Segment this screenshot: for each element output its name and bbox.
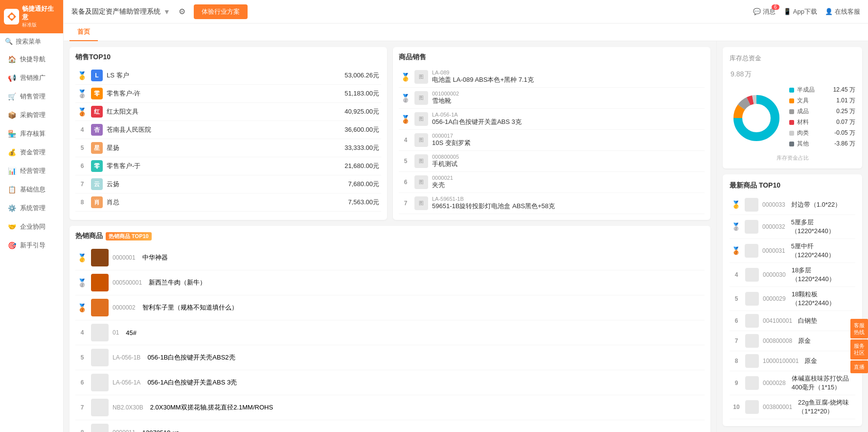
right-panel: 库存总资金 9.88万 [716,41,868,432]
avatar: 零 [91,160,103,172]
table-row: 4 图 0000017 10S 变刻罗紧 [399,130,705,151]
tab-home[interactable]: 首页 [69,24,98,41]
new-products-list: 🥇 0000033 封边带（1.0*22） 🥈 0000032 5厘多层（122… [730,195,855,419]
nav-label-8: 系统管理 [20,204,46,213]
message-button[interactable]: 💬 消息 6 [753,7,776,16]
product-thumb [745,334,759,348]
sidebar-item-guide[interactable]: 🎯 新手引导 [0,236,63,255]
table-row: 7 图 LA-59651-1B 59651-1B旋转投影灯电池盒 ABS黑色+5… [399,193,705,214]
sidebar-item-operations[interactable]: 📊 经营管理 [0,162,63,180]
list-item: 6 004100001 白钢垫 [730,311,855,331]
table-row: 🥉 红 红太阳文具 40,925.00元 [75,103,381,121]
legend-item: 半成品 12.45 万 [789,86,855,94]
sidebar-item-purchase[interactable]: 📦 采购管理 [0,106,63,124]
avatar: 红 [91,106,103,118]
svg-point-0 [10,15,14,19]
settings-icon[interactable]: ⚙ [175,5,189,19]
nav-label-2: 销售管理 [20,92,46,101]
nav-label-6: 经营管理 [20,167,46,175]
list-item: 🥈 0000032 5厘多层（1220*2440） [730,215,855,239]
table-row: 6 零 零售客户-于 21,680.00元 [75,157,381,175]
sales-icon: 🛒 [7,92,16,101]
nav-label-0: 快捷导航 [20,55,46,64]
nav-label-1: 营销推广 [20,73,46,82]
finance-icon: 💰 [7,148,16,157]
nav-label-5: 资金管理 [20,148,46,157]
nav-label-9: 企业协同 [20,222,46,231]
list-item: 5 0000029 18颗粒板（1220*2440） [730,287,855,311]
product-thumb [745,354,759,368]
sidebar-item-system[interactable]: ⚙️ 系统管理 [0,199,63,217]
online-service-label: 在线客服 [835,7,860,16]
list-item: 8 0000011 12070519-xs [75,420,705,432]
product-thumb: 图 [414,70,428,84]
message-badge: 6 [772,4,779,10]
legend-item: 其他 -3.86 万 [789,140,855,148]
list-item: 4 0000030 18多层（1220*2440） [730,263,855,287]
content: 销售TOP10 🥇 L LS 客户 53,006.26元 🥈 零 零售客户 [64,41,868,432]
list-item: 4 01 45# [75,320,705,345]
legend-dot [789,142,794,146]
nav-label-7: 基础信息 [20,185,46,194]
operations-icon: 📊 [7,167,16,175]
app-download-label: App下载 [793,7,817,16]
product-sales-rank-card: 商品销售 🥇 图 LA-089 电池盖 LA-089 ABS本色+黑种 7.1克 [393,47,710,220]
product-thumb: 图 [414,175,428,189]
online-service-button[interactable]: 👤 在线客服 [825,7,860,16]
product-thumb [745,244,758,258]
product-sales-rank-title: 商品销售 [399,53,705,62]
product-thumb: 图 [414,196,428,210]
sidebar-item-finance[interactable]: 💰 资金管理 [0,143,63,162]
list-item: 5 LA-056-1B 056-1B白色按键开关壳ABS2壳 [75,345,705,370]
app-download-button[interactable]: 📱 App下载 [783,7,817,16]
livestream-button[interactable]: 直播 [850,360,868,373]
product-thumb: 图 [414,154,428,168]
donut-area: 半成品 12.45 万 文具 1.01 万 成品 0.25 万 [730,86,855,150]
sidebar-item-collab[interactable]: 🤝 企业协同 [0,217,63,236]
legend-dot [789,98,794,103]
avatar: 云 [91,178,103,190]
table-row: 4 杏 苍南县人民医院 36,600.00元 [75,121,381,139]
logo-icon [4,9,19,24]
sidebar-item-sales[interactable]: 🛒 销售管理 [0,87,63,106]
service-community-button[interactable]: 服务 社区 [850,339,868,360]
legend-item: 材料 0.07 万 [789,118,855,126]
avatar: 杏 [91,124,103,136]
product-thumb [91,424,109,432]
search-menu[interactable]: 🔍 搜索菜单 [0,33,63,50]
inventory-card: 库存总资金 9.88万 [723,47,862,168]
sidebar-logo: 畅捷通好生意 标准版 [0,0,63,33]
table-row: 🥇 图 LA-089 电池盖 LA-089 ABS本色+黑种 7.1克 [399,67,705,88]
topbar: 装备及固定资产辅助管理系统 ▼ ⚙ 体验行业方案 💬 消息 6 📱 App下载 … [64,0,868,24]
donut-legend: 半成品 12.45 万 文具 1.01 万 成品 0.25 万 [789,86,855,150]
home-icon: 🏠 [7,55,16,64]
customer-rank-title: 销售TOP10 [75,53,381,62]
product-thumb [91,274,109,291]
sidebar-item-marketing[interactable]: 📢 营销推广 [0,69,63,87]
sidebar-item-basic-info[interactable]: 📋 基础信息 [0,180,63,199]
search-icon: 🔍 [5,38,13,45]
customer-service-button[interactable]: 客服 热线 [850,319,868,339]
product-thumb [91,299,109,316]
search-label: 搜索菜单 [16,37,41,46]
sidebar-item-home[interactable]: 🏠 快捷导航 [0,50,63,69]
service-icon: 👤 [825,8,833,15]
dropdown-icon[interactable]: ▼ [163,8,170,16]
phone-icon: 📱 [783,8,791,15]
donut-chart [730,91,783,145]
list-item: 6 LA-056-1A 056-1A白色按键开关盖ABS 3壳 [75,370,705,395]
table-row: 🥈 零 零售客户-许 51,183.00元 [75,85,381,103]
nav-label-4: 库存核算 [20,129,46,138]
basic-info-icon: 📋 [7,185,16,194]
logo-text-area: 畅捷通好生意 标准版 [22,5,59,28]
legend-dot [789,131,794,136]
product-thumb [745,198,758,212]
middle-panel: 销售TOP10 🥇 L LS 客户 53,006.26元 🥈 零 零售客户 [64,41,716,432]
product-sales-list: 🥇 图 LA-089 电池盖 LA-089 ABS本色+黑种 7.1克 🥈 图 [399,67,705,214]
customer-rank-card: 销售TOP10 🥇 L LS 客户 53,006.26元 🥈 零 零售客户 [69,47,387,220]
topbar-right: 💬 消息 6 📱 App下载 👤 在线客服 [753,7,860,16]
try-button[interactable]: 体验行业方案 [194,4,248,19]
float-panel: 客服 热线 服务 社区 直播 [850,319,868,373]
list-item: 🥉 0000031 5厘中纤（1220*2440） [730,239,855,263]
sidebar-item-inventory[interactable]: 🏪 库存核算 [0,124,63,143]
